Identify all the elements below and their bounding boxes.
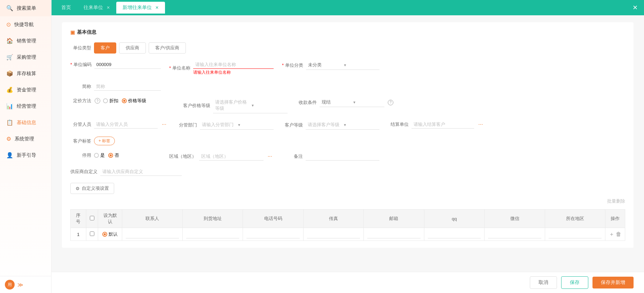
- qq-input[interactable]: [428, 230, 481, 238]
- cell-qq: [424, 228, 485, 241]
- row-default-circle: [102, 232, 107, 237]
- sidebar-item-newbie[interactable]: 👤 新手引导: [0, 147, 51, 163]
- pricing-radio-group: 折扣 价格等级: [103, 98, 146, 104]
- sidebar-item-basic-info[interactable]: 📋 基础信息: [0, 114, 51, 131]
- supplier-custom-group: 供应商自定义: [70, 168, 182, 176]
- region-more-icon[interactable]: ···: [266, 153, 274, 160]
- region-label: 区域（地区）: [169, 153, 196, 160]
- cell-fax: [303, 228, 363, 241]
- sidebar: 🔍 搜索菜单 ⊙ 快捷导航 🏠 销售管理 🛒 采购管理 📦 库存核算 💰 资金管…: [0, 0, 52, 293]
- save-button[interactable]: 保存: [561, 276, 588, 289]
- manager-input[interactable]: [94, 120, 158, 129]
- unit-btn-both[interactable]: 客户/供应商: [149, 42, 186, 54]
- add-tag-button[interactable]: + 标签: [94, 137, 115, 145]
- radio-discount[interactable]: 折扣: [103, 98, 118, 104]
- address-input[interactable]: [186, 230, 239, 238]
- customer-level-group: 客户等级 请选择客户等级 ▼: [282, 120, 379, 130]
- settings-gear-icon: ⚙: [76, 186, 80, 191]
- pricing-help-icon[interactable]: ?: [95, 98, 100, 104]
- unit-type-buttons: 客户 供应商 客户/供应商: [94, 42, 186, 54]
- tab-new-partner[interactable]: 新增往来单位 ✕: [116, 2, 165, 14]
- delete-row-icon[interactable]: 🗑: [616, 231, 621, 237]
- customer-level-select[interactable]: 请选择客户等级 ▼: [306, 120, 379, 130]
- contact-input[interactable]: [126, 230, 179, 238]
- payment-terms-select[interactable]: 现结 ▼: [320, 98, 384, 107]
- chart-icon: 📊: [6, 103, 13, 109]
- department-select[interactable]: 请输入分管部门 ▼: [200, 120, 274, 130]
- manager-more-icon[interactable]: ···: [160, 121, 168, 128]
- sidebar-item-system[interactable]: ⚙ 系统管理: [0, 131, 51, 147]
- customer-price-level-select[interactable]: 请选择客户价格等级 ▼: [213, 98, 288, 113]
- settlement-input[interactable]: [411, 120, 474, 129]
- region-input[interactable]: [199, 152, 264, 161]
- unit-code-input[interactable]: [94, 60, 161, 69]
- supplier-custom-input[interactable]: [100, 168, 182, 176]
- gear-icon: ⚙: [6, 136, 11, 142]
- disabled-row: 停用 是 否 区域（地区） ···: [70, 152, 625, 161]
- unit-btn-supplier[interactable]: 供应商: [119, 42, 146, 54]
- radio-price-level[interactable]: 价格等级: [122, 98, 146, 104]
- add-row-icon[interactable]: ＋: [609, 231, 614, 237]
- settlement-more-icon[interactable]: ···: [477, 121, 484, 128]
- fax-input[interactable]: [307, 230, 360, 238]
- supplier-custom-row: 供应商自定义: [70, 168, 625, 176]
- row-default-radio[interactable]: 默认: [102, 231, 119, 237]
- tab-home[interactable]: 首页: [55, 2, 77, 14]
- shop-icon: 🏠: [6, 38, 13, 44]
- sidebar-item-operations[interactable]: 📊 经营管理: [0, 98, 51, 114]
- radio-price-level-circle: [122, 98, 127, 103]
- unit-btn-customer[interactable]: 客户: [94, 42, 116, 54]
- wechat-input[interactable]: [488, 230, 541, 238]
- sidebar-bottom-arrows[interactable]: ≫: [17, 282, 23, 288]
- save-new-button[interactable]: 保存并新增: [592, 277, 634, 288]
- unit-type-row: 单位类型 客户 供应商 客户/供应商: [70, 42, 625, 54]
- money-icon: 💰: [6, 87, 13, 93]
- remark-group: 备注: [282, 152, 379, 161]
- email-input[interactable]: [367, 230, 420, 238]
- cell-default: 默认: [98, 228, 122, 241]
- settlement-unit-group: 结算单位 ···: [388, 120, 478, 129]
- col-default: 设为默认: [98, 210, 122, 228]
- cell-ops: ＋ 🗑: [605, 228, 625, 241]
- remark-input[interactable]: [306, 152, 379, 161]
- cell-area: [545, 228, 605, 241]
- radio-yes[interactable]: 是: [94, 152, 105, 158]
- sidebar-item-finance[interactable]: 💰 资金管理: [0, 82, 51, 98]
- radio-no[interactable]: 否: [108, 152, 119, 158]
- sidebar-item-inventory[interactable]: 📦 库存核算: [0, 65, 51, 82]
- col-address: 到货地址: [182, 210, 243, 228]
- cancel-button[interactable]: 取消: [530, 276, 557, 289]
- category-arrow-icon: ▼: [343, 63, 377, 67]
- abbr-label: 简称: [70, 83, 91, 90]
- sidebar-item-quick-nav[interactable]: ⊙ 快捷导航: [0, 16, 51, 33]
- department-label: 分管部门: [176, 122, 197, 128]
- custom-settings-button[interactable]: ⚙ 自定义项设置: [70, 183, 114, 194]
- sidebar-item-purchase[interactable]: 🛒 采购管理: [0, 49, 51, 65]
- select-all-checkbox[interactable]: [90, 216, 94, 220]
- cell-checkbox: [86, 228, 98, 241]
- sidebar-item-sales[interactable]: 🏠 销售管理: [0, 33, 51, 49]
- tab-new-partner-close[interactable]: ✕: [155, 5, 159, 10]
- section-title: ▣ 基本信息: [70, 29, 625, 35]
- pricing-method-group: 定价方法 ? 折扣 价格等级: [70, 98, 175, 104]
- unit-name-input[interactable]: [193, 60, 274, 69]
- unit-category-select[interactable]: 未分类 ▼: [306, 60, 379, 70]
- area-input[interactable]: [549, 230, 602, 238]
- abbr-input[interactable]: [94, 82, 161, 91]
- cell-wechat: [485, 228, 545, 241]
- cell-phone: [243, 228, 303, 241]
- window-close-icon[interactable]: ✕: [630, 2, 641, 13]
- tab-partner-close[interactable]: ✕: [107, 5, 110, 10]
- disabled-label: 停用: [70, 152, 91, 158]
- batch-delete-button[interactable]: 批量删除: [607, 198, 625, 204]
- unit-code-label: 单位编码: [70, 62, 92, 68]
- phone-input[interactable]: [246, 230, 299, 238]
- main-area: 首页 往来单位 ✕ 新增往来单位 ✕ ✕ ▣ 基本信息 单位类型 客户: [52, 0, 644, 293]
- sidebar-item-search[interactable]: 🔍 搜索菜单: [0, 0, 51, 16]
- cart-icon: 🛒: [6, 54, 13, 60]
- manager-label: 分管人员: [70, 121, 91, 128]
- tab-partner[interactable]: 往来单位 ✕: [77, 2, 116, 14]
- cell-email: [364, 228, 424, 241]
- payment-help-icon[interactable]: ?: [388, 100, 393, 105]
- row-checkbox[interactable]: [90, 231, 94, 236]
